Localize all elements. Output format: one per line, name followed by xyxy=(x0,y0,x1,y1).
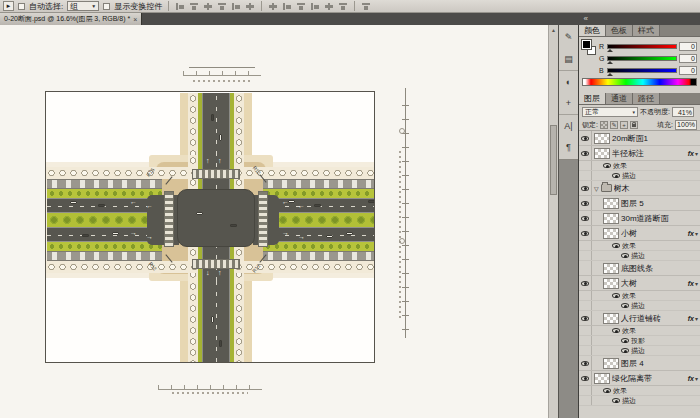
layer-effect-row[interactable]: 效果 xyxy=(579,241,700,251)
blue-value-field[interactable]: 0 xyxy=(679,66,697,75)
document-tab[interactable]: 0-20断面.psd @ 16.6%(图层 3, RGB/8) * × xyxy=(0,13,142,25)
foreground-background-swatches[interactable] xyxy=(582,40,597,56)
layer-effect-row[interactable]: 描边 xyxy=(579,171,700,181)
align-right-icon[interactable] xyxy=(203,2,213,11)
green-value-field[interactable]: 0 xyxy=(679,54,697,63)
show-transform-checkbox[interactable] xyxy=(103,3,110,10)
foreground-color-swatch[interactable] xyxy=(582,40,591,49)
visibility-eye-icon[interactable] xyxy=(581,151,589,156)
visibility-eye-icon[interactable] xyxy=(603,388,611,393)
layer-effect-row[interactable]: 效果 xyxy=(579,291,700,301)
layer-row[interactable]: 20m断面1 xyxy=(579,131,700,146)
scrollbar-thumb[interactable] xyxy=(550,125,557,195)
visibility-eye-icon[interactable] xyxy=(581,361,589,366)
layer-row[interactable]: 绿化隔离带fx▾ xyxy=(579,371,700,386)
lock-position-icon[interactable]: + xyxy=(620,121,628,129)
visibility-eye-icon[interactable] xyxy=(612,328,620,333)
visibility-eye-icon[interactable] xyxy=(581,231,589,236)
layer-row[interactable]: 大树fx▾ xyxy=(579,276,700,291)
layer-row[interactable]: 底图线条 xyxy=(579,261,700,276)
layer-thumbnail[interactable] xyxy=(603,278,619,289)
red-value-field[interactable]: 0 xyxy=(679,42,697,51)
visibility-eye-icon[interactable] xyxy=(621,253,629,258)
lock-transparency-icon[interactable] xyxy=(600,121,608,129)
color-spectrum-ramp[interactable] xyxy=(582,78,697,86)
visibility-eye-icon[interactable] xyxy=(621,348,629,353)
paragraph-panel-icon[interactable]: ¶ xyxy=(559,136,578,158)
fx-chevron-icon[interactable]: ▾ xyxy=(694,150,700,157)
red-slider[interactable] xyxy=(607,44,677,49)
layer-row[interactable]: 半径标注fx▾ xyxy=(579,146,700,161)
layer-row[interactable]: 图层 5 xyxy=(579,196,700,211)
layer-effect-row[interactable]: 效果 xyxy=(579,161,700,171)
layer-thumbnail[interactable] xyxy=(603,213,619,224)
layer-row[interactable]: 30m道路断面 xyxy=(579,211,700,226)
blue-slider[interactable] xyxy=(607,68,677,73)
clone-source-panel-icon[interactable]: ▤ xyxy=(559,48,578,70)
layer-effect-row[interactable]: 描边 xyxy=(579,396,700,406)
layer-row[interactable]: 小树fx▾ xyxy=(579,226,700,241)
layer-row[interactable]: 图层 4 xyxy=(579,356,700,371)
tab-styles[interactable]: 样式 xyxy=(633,25,660,36)
layer-effect-row[interactable]: 描边 xyxy=(579,251,700,261)
layer-thumbnail[interactable] xyxy=(603,358,619,369)
fill-field[interactable]: 100% xyxy=(675,120,697,130)
layer-effect-row[interactable]: 描边 xyxy=(579,346,700,356)
layer-thumbnail[interactable] xyxy=(603,313,619,324)
layer-effect-row[interactable]: 投影 xyxy=(579,336,700,346)
tab-channels[interactable]: 通道 xyxy=(606,93,633,104)
vertical-scrollbar[interactable]: ▲ xyxy=(548,25,558,418)
layer-row[interactable]: 人行道铺砖fx▾ xyxy=(579,311,700,326)
align-center-h-icon[interactable] xyxy=(189,2,199,11)
layer-thumbnail[interactable] xyxy=(594,373,610,384)
layer-thumbnail[interactable] xyxy=(603,263,619,274)
layer-effect-row[interactable]: 效果 xyxy=(579,386,700,396)
lock-all-icon[interactable] xyxy=(630,121,638,129)
fx-chevron-icon[interactable]: ▾ xyxy=(694,280,700,287)
align-middle-icon[interactable] xyxy=(231,2,241,11)
tab-paths[interactable]: 路径 xyxy=(633,93,660,104)
scroll-up-icon[interactable]: ▲ xyxy=(549,25,558,34)
fx-chevron-icon[interactable]: ▾ xyxy=(694,315,700,322)
layer-effect-row[interactable]: 效果 xyxy=(579,326,700,336)
green-slider[interactable] xyxy=(607,56,677,61)
close-icon[interactable]: × xyxy=(133,16,137,23)
align-top-icon[interactable] xyxy=(217,2,227,11)
tab-layers[interactable]: 图层 xyxy=(579,93,606,104)
blend-mode-dropdown[interactable]: 正常 ▾ xyxy=(582,107,638,117)
visibility-eye-icon[interactable] xyxy=(581,186,589,191)
auto-select-checkbox[interactable] xyxy=(18,3,25,10)
visibility-eye-icon[interactable] xyxy=(621,303,629,308)
layer-group-row[interactable]: ▽树木 xyxy=(579,181,700,196)
brush-panel-icon[interactable]: ✎ xyxy=(559,26,578,48)
character-panel-icon[interactable]: A| xyxy=(559,114,578,136)
layer-effect-row[interactable]: 描边 xyxy=(579,301,700,311)
masks-panel-icon[interactable]: + xyxy=(559,92,578,114)
visibility-eye-icon[interactable] xyxy=(581,281,589,286)
distribute-top-icon[interactable] xyxy=(268,2,278,11)
auto-align-icon[interactable] xyxy=(361,2,371,11)
auto-select-dropdown[interactable]: 组 ▼ xyxy=(67,1,99,11)
align-bottom-icon[interactable] xyxy=(245,2,255,11)
layer-thumbnail[interactable] xyxy=(603,198,619,209)
layer-thumbnail[interactable] xyxy=(594,148,610,159)
adjustments-panel-icon[interactable]: ◐ xyxy=(559,70,578,92)
visibility-eye-icon[interactable] xyxy=(581,376,589,381)
opacity-field[interactable]: 41% xyxy=(672,107,694,117)
visibility-eye-icon[interactable] xyxy=(612,243,620,248)
visibility-eye-icon[interactable] xyxy=(581,316,589,321)
collapse-dock-button[interactable]: « xyxy=(584,14,588,23)
layer-thumbnail[interactable] xyxy=(603,228,619,239)
layer-thumbnail[interactable] xyxy=(594,133,610,144)
distribute-center-icon[interactable] xyxy=(324,2,334,11)
visibility-eye-icon[interactable] xyxy=(581,216,589,221)
distribute-left-icon[interactable] xyxy=(310,2,320,11)
visibility-eye-icon[interactable] xyxy=(612,398,620,403)
visibility-eye-icon[interactable] xyxy=(612,173,620,178)
tab-color[interactable]: 颜色 xyxy=(579,25,606,36)
distribute-right-icon[interactable] xyxy=(338,2,348,11)
tab-swatches[interactable]: 色板 xyxy=(606,25,633,36)
canvas-viewport[interactable]: ↑ ↑ ↓ ↑ ← ← → → ← ← → → xyxy=(0,25,548,418)
fx-chevron-icon[interactable]: ▾ xyxy=(694,230,700,237)
visibility-eye-icon[interactable] xyxy=(621,338,629,343)
